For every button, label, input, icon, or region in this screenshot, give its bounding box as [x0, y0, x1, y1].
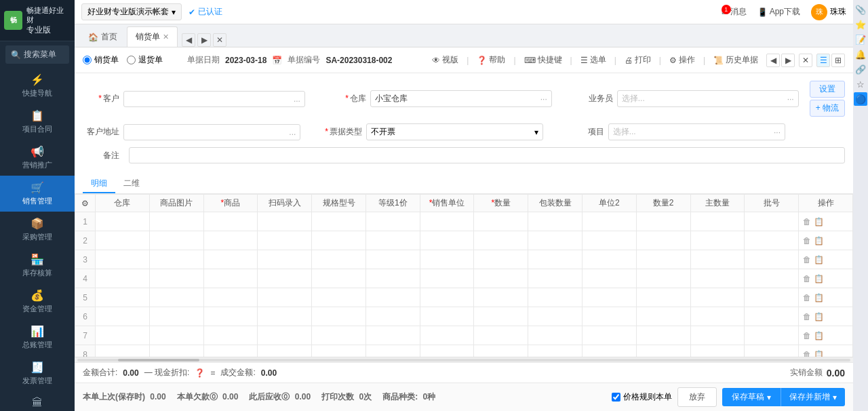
cell-batch-5[interactable]	[745, 288, 799, 307]
cell-qty2-8[interactable]	[636, 345, 690, 357]
cell-img-8[interactable]	[149, 345, 203, 357]
sidebar-item-general[interactable]: 📊 总账管理	[0, 319, 75, 355]
cell-unit-1[interactable]	[420, 212, 474, 231]
cell-img-1[interactable]	[149, 212, 203, 231]
sidebar-item-quick-nav[interactable]: ⚡ 快捷导航	[0, 68, 75, 104]
cell-pack-6[interactable]	[528, 307, 583, 326]
cell-unit2-3[interactable]	[583, 250, 637, 269]
cell-warehouse-4[interactable]	[96, 269, 150, 288]
cell-spec-1[interactable]	[312, 212, 366, 231]
abandon-button[interactable]: 放弃	[677, 387, 717, 407]
cell-qty2-4[interactable]	[636, 269, 690, 288]
cell-goods-6[interactable]	[203, 307, 258, 326]
staff-input[interactable]: 选择... ···	[617, 90, 799, 107]
ops-action[interactable]: ⚙ 操作	[665, 53, 699, 67]
cell-spec-3[interactable]	[312, 250, 366, 269]
cell-goods-4[interactable]	[203, 269, 258, 288]
tab-nav-close[interactable]: ✕	[213, 33, 226, 47]
delete-icon-8[interactable]: 🗑	[803, 350, 811, 357]
delete-icon-4[interactable]: 🗑	[803, 274, 811, 283]
cell-scan-7[interactable]	[258, 326, 312, 345]
horizontal-scrollbar[interactable]	[75, 357, 853, 362]
cell-pack-5[interactable]	[528, 288, 583, 307]
cell-ops-4[interactable]: 🗑 📋	[799, 269, 853, 288]
cell-warehouse-2[interactable]	[96, 231, 150, 250]
cell-pack-1[interactable]	[528, 212, 583, 231]
project-input[interactable]: 选择... ···	[608, 123, 785, 140]
rp-icon-4[interactable]: 🔔	[854, 47, 867, 61]
radio-return-input[interactable]	[127, 56, 136, 64]
sidebar-item-sales[interactable]: 🛒 销售管理	[0, 176, 75, 212]
cell-qty-3[interactable]	[474, 250, 528, 269]
cell-price1-3[interactable]	[366, 250, 420, 269]
sidebar-item-inventory[interactable]: 🏪 库存核算	[0, 248, 75, 283]
cell-unit2-1[interactable]	[583, 212, 637, 231]
help-action[interactable]: ❓ 帮助	[473, 53, 509, 67]
cell-pack-7[interactable]	[528, 326, 583, 345]
cell-scan-4[interactable]	[258, 269, 312, 288]
cell-price1-7[interactable]	[366, 326, 420, 345]
cell-qty2-2[interactable]	[636, 231, 690, 250]
cell-ops-7[interactable]: 🗑 📋	[799, 326, 853, 345]
project-dots[interactable]: ···	[774, 128, 781, 137]
cell-scan-6[interactable]	[258, 307, 312, 326]
shortcut-action[interactable]: ⌨ 快捷键	[520, 53, 566, 67]
cell-warehouse-3[interactable]	[96, 250, 150, 269]
delete-icon-1[interactable]: 🗑	[803, 217, 811, 227]
cell-spec-6[interactable]	[312, 307, 366, 326]
cell-batch-6[interactable]	[745, 307, 799, 326]
cell-batch-4[interactable]	[745, 269, 799, 288]
select-action[interactable]: ☰ 选单	[576, 53, 610, 67]
cell-batch-7[interactable]	[745, 326, 799, 345]
print-action[interactable]: 🖨 打印	[620, 53, 655, 67]
customer-input[interactable]: ...	[123, 91, 305, 107]
discount-help-icon[interactable]: ❓	[195, 368, 205, 378]
cell-goods-1[interactable]	[203, 212, 258, 231]
rp-icon-7[interactable]: 🔵	[854, 92, 867, 106]
cell-scan-2[interactable]	[258, 231, 312, 250]
cell-unit2-8[interactable]	[583, 345, 637, 357]
history-action[interactable]: 📜 历史单据	[709, 53, 762, 67]
cell-warehouse-5[interactable]	[96, 288, 150, 307]
form-close-icon[interactable]: ✕	[799, 54, 812, 67]
cell-price1-8[interactable]	[366, 345, 420, 357]
cell-qty2-5[interactable]	[636, 288, 690, 307]
material-button[interactable]: + 物流	[810, 100, 845, 117]
radio-sales[interactable]: 销货单	[83, 54, 119, 66]
cell-img-3[interactable]	[149, 250, 203, 269]
cell-main-qty-8[interactable]	[690, 345, 745, 357]
cell-pack-3[interactable]	[528, 250, 583, 269]
delete-icon-5[interactable]: 🗑	[803, 293, 811, 302]
copy-icon-2[interactable]: 📋	[814, 236, 824, 246]
form-nav-prev[interactable]: ◀	[766, 54, 780, 67]
user-menu[interactable]: 珠 珠珠	[811, 4, 846, 20]
cell-batch-2[interactable]	[745, 231, 799, 250]
calendar-icon[interactable]: 📅	[272, 56, 282, 65]
save-draft-button[interactable]: 保存草稿 ▾	[722, 388, 781, 406]
form-nav-next[interactable]: ▶	[781, 54, 795, 67]
cell-pack-8[interactable]	[528, 345, 583, 357]
cell-unit-2[interactable]	[420, 231, 474, 250]
cell-img-2[interactable]	[149, 231, 203, 250]
remark-input[interactable]	[129, 147, 845, 163]
cell-goods-5[interactable]	[203, 288, 258, 307]
warehouse-input[interactable]: 小宝仓库 ···	[370, 90, 552, 107]
cell-goods-3[interactable]	[203, 250, 258, 269]
cell-spec-5[interactable]	[312, 288, 366, 307]
price-rule-check-input[interactable]	[612, 393, 620, 402]
sidebar-item-invoice[interactable]: 🧾 发票管理	[0, 355, 75, 391]
message-button[interactable]: ✉ 1 消息	[722, 6, 747, 18]
cell-img-4[interactable]	[149, 269, 203, 288]
tab-mingxi[interactable]: 明细	[83, 175, 115, 193]
cell-img-5[interactable]	[149, 288, 203, 307]
cell-main-qty-4[interactable]	[690, 269, 745, 288]
tab-erwei[interactable]: 二维	[115, 175, 148, 193]
tab-close-icon[interactable]: ✕	[163, 33, 169, 41]
tab-nav-next[interactable]: ▶	[197, 33, 211, 47]
cell-warehouse-7[interactable]	[96, 326, 150, 345]
cell-main-qty-2[interactable]	[690, 231, 745, 250]
cell-qty-2[interactable]	[474, 231, 528, 250]
cell-price1-4[interactable]	[366, 269, 420, 288]
cell-unit2-5[interactable]	[583, 288, 637, 307]
save-new-button[interactable]: 保存并新增 ▾	[781, 388, 845, 406]
